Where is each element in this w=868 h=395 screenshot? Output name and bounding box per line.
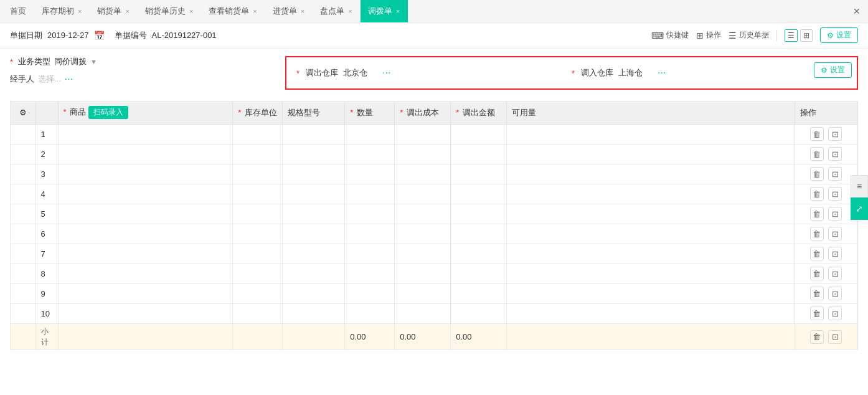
row-delete-icon[interactable]: 🗑: [810, 267, 824, 280]
row-cost[interactable]: [395, 164, 451, 184]
row-goods[interactable]: [58, 124, 233, 144]
row-amount[interactable]: [451, 164, 507, 184]
tab-purchase[interactable]: 进货单 ×: [265, 0, 313, 22]
row-unit[interactable]: [233, 184, 283, 204]
warehouse-in-more-btn[interactable]: ···: [658, 67, 666, 79]
row-delete-icon[interactable]: 🗑: [810, 127, 824, 141]
row-cost[interactable]: [395, 144, 451, 164]
row-amount[interactable]: [451, 283, 507, 303]
row-cost[interactable]: [395, 303, 451, 323]
row-spec[interactable]: [283, 264, 345, 283]
row-copy-icon[interactable]: ⊡: [828, 267, 842, 280]
calendar-icon[interactable]: 📅: [94, 31, 105, 40]
row-goods[interactable]: [58, 224, 233, 244]
row-qty[interactable]: [345, 184, 395, 204]
row-qty[interactable]: [345, 264, 395, 283]
row-qty[interactable]: [345, 283, 395, 303]
row-spec[interactable]: [283, 204, 345, 224]
tab-inventory-init-close[interactable]: ×: [78, 7, 82, 15]
row-unit[interactable]: [233, 224, 283, 244]
business-type-dropdown-icon[interactable]: ▼: [90, 58, 97, 65]
row-qty[interactable]: [345, 303, 395, 323]
business-type-select[interactable]: 同价调拨 ▼: [54, 56, 179, 67]
row-delete-icon[interactable]: 🗑: [810, 207, 824, 221]
row-unit[interactable]: [233, 244, 283, 264]
row-available[interactable]: [507, 303, 795, 323]
row-goods[interactable]: [58, 164, 233, 184]
scan-btn[interactable]: 扫码录入: [88, 106, 128, 119]
tab-sales-history-close[interactable]: ×: [189, 7, 193, 15]
row-available[interactable]: [507, 204, 795, 224]
row-delete-icon[interactable]: 🗑: [810, 227, 824, 240]
row-goods[interactable]: [58, 303, 233, 323]
row-cost[interactable]: [395, 283, 451, 303]
row-spec[interactable]: [283, 244, 345, 264]
tab-sales-order[interactable]: 销货单 ×: [90, 0, 137, 22]
row-amount[interactable]: [451, 184, 507, 204]
row-spec[interactable]: [283, 283, 345, 303]
tab-inventory-check-close[interactable]: ×: [348, 7, 352, 15]
row-copy-icon[interactable]: ⊡: [828, 287, 842, 300]
row-qty[interactable]: [345, 124, 395, 144]
row-amount[interactable]: [451, 244, 507, 264]
handler-placeholder[interactable]: 选择...: [38, 74, 61, 85]
row-available[interactable]: [507, 244, 795, 264]
tab-view-sales[interactable]: 查看销货单 ×: [201, 0, 265, 22]
row-available[interactable]: [507, 144, 795, 164]
warehouse-out-more-btn[interactable]: ···: [382, 67, 390, 79]
th-setting[interactable]: ⚙: [11, 102, 35, 124]
row-unit[interactable]: [233, 144, 283, 164]
row-goods[interactable]: [58, 204, 233, 224]
row-copy-icon[interactable]: ⊡: [828, 187, 842, 201]
layout-grid-btn[interactable]: ⊞: [800, 29, 813, 42]
row-unit[interactable]: [233, 164, 283, 184]
row-unit[interactable]: [233, 124, 283, 144]
row-cost[interactable]: [395, 124, 451, 144]
row-cost[interactable]: [395, 264, 451, 283]
warehouse-settings-btn[interactable]: ⚙ 设置: [814, 62, 852, 78]
row-spec[interactable]: [283, 184, 345, 204]
row-qty[interactable]: [345, 164, 395, 184]
operations-btn[interactable]: ⊞ 操作: [696, 30, 721, 40]
row-goods[interactable]: [58, 283, 233, 303]
subtotal-copy-icon[interactable]: ⊡: [828, 330, 842, 344]
row-spec[interactable]: [283, 303, 345, 323]
window-close-button[interactable]: ✕: [851, 5, 863, 17]
float-expand-btn[interactable]: ⤢: [851, 198, 868, 220]
layout-list-btn[interactable]: ☰: [785, 29, 798, 42]
row-goods[interactable]: [58, 184, 233, 204]
row-copy-icon[interactable]: ⊡: [828, 127, 842, 141]
row-copy-icon[interactable]: ⊡: [828, 307, 842, 320]
row-delete-icon[interactable]: 🗑: [810, 287, 824, 300]
row-available[interactable]: [507, 164, 795, 184]
setting-gear-icon[interactable]: ⚙: [19, 108, 27, 117]
row-delete-icon[interactable]: 🗑: [810, 147, 824, 161]
row-cost[interactable]: [395, 204, 451, 224]
row-amount[interactable]: [451, 264, 507, 283]
tab-sales-order-close[interactable]: ×: [125, 7, 129, 15]
tab-purchase-close[interactable]: ×: [301, 7, 304, 15]
tab-transfer[interactable]: 调拨单 ×: [361, 0, 408, 22]
handler-more-btn[interactable]: ···: [65, 74, 73, 84]
row-amount[interactable]: [451, 204, 507, 224]
row-copy-icon[interactable]: ⊡: [828, 247, 842, 260]
row-spec[interactable]: [283, 164, 345, 184]
row-amount[interactable]: [451, 303, 507, 323]
row-goods[interactable]: [58, 144, 233, 164]
row-cost[interactable]: [395, 224, 451, 244]
settings-btn[interactable]: ⚙ 设置: [820, 27, 858, 43]
row-available[interactable]: [507, 184, 795, 204]
tab-inventory-check[interactable]: 盘点单 ×: [313, 0, 360, 22]
row-amount[interactable]: [451, 144, 507, 164]
row-goods[interactable]: [58, 244, 233, 264]
history-btn[interactable]: ☰ 历史单据: [729, 30, 769, 40]
row-copy-icon[interactable]: ⊡: [828, 167, 842, 181]
tab-inventory-init[interactable]: 库存期初 ×: [34, 0, 90, 22]
row-spec[interactable]: [283, 124, 345, 144]
row-unit[interactable]: [233, 283, 283, 303]
row-unit[interactable]: [233, 264, 283, 283]
row-qty[interactable]: [345, 224, 395, 244]
row-amount[interactable]: [451, 224, 507, 244]
row-cost[interactable]: [395, 244, 451, 264]
row-copy-icon[interactable]: ⊡: [828, 227, 842, 240]
